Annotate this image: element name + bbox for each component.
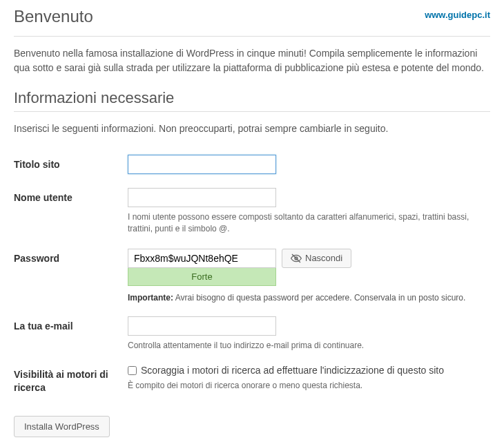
password-label: Password [14, 249, 128, 265]
intro-text: Benvenuto nella famosa installazione di … [14, 46, 490, 75]
password-input[interactable] [128, 249, 276, 268]
email-input[interactable] [128, 316, 276, 336]
section-title: Informazioni necessarie [14, 89, 490, 112]
username-label: Nome utente [14, 188, 128, 204]
visibility-label: Visibilità ai motori di ricerca [14, 365, 128, 393]
password-important: Importante: Avrai bisogno di questa pass… [128, 293, 490, 303]
visibility-hint: È compito dei motori di ricerca onorare … [128, 380, 490, 392]
site-title-label: Titolo sito [14, 155, 128, 171]
site-title-input[interactable] [128, 155, 276, 174]
section-subtitle: Inserisci le seguenti informazioni. Non … [14, 123, 490, 134]
hide-password-button[interactable]: Nascondi [282, 249, 351, 268]
email-label: La tua e-mail [14, 316, 128, 332]
install-wordpress-button[interactable]: Installa WordPress [14, 416, 110, 437]
username-hint: I nomi utente possono essere composti so… [128, 211, 490, 235]
site-link: www.guidepc.it [425, 10, 490, 20]
password-strength: Forte [128, 268, 276, 286]
email-hint: Controlla attentamente il tuo indirizzo … [128, 340, 490, 352]
eye-slash-icon [291, 253, 302, 264]
page-title: Benvenuto [14, 7, 93, 26]
username-input[interactable] [128, 188, 276, 207]
visibility-checkbox-label: Scoraggia i motori di ricerca ad effettu… [141, 365, 444, 376]
visibility-checkbox[interactable] [128, 366, 137, 375]
hide-button-label: Nascondi [305, 253, 342, 263]
